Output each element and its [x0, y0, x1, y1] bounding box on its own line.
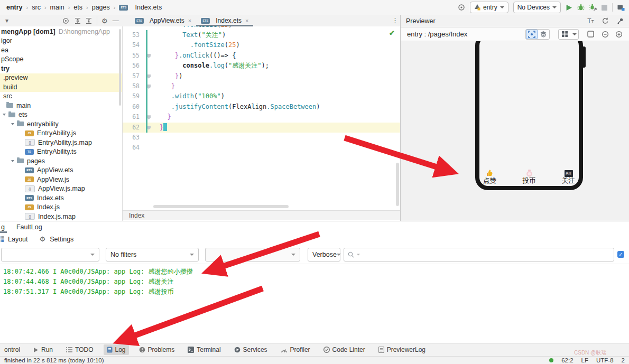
select-opened-file-icon[interactable] [62, 17, 69, 24]
close-icon[interactable]: × [245, 17, 248, 24]
log-tab-g[interactable]: g [1, 222, 5, 232]
code-line-57[interactable]: 57 }) [123, 71, 400, 81]
toolwindow-code-linter[interactable]: Code Linter [320, 344, 368, 355]
tree-item-appview-js-map[interactable]: {}AppView.js.map [0, 184, 122, 194]
zoom-out-icon[interactable] [602, 31, 609, 38]
toolwindow-services[interactable]: Services [231, 344, 271, 355]
grid-view-button[interactable] [559, 30, 570, 39]
code-line-62[interactable]: 62} [123, 123, 400, 133]
close-icon[interactable]: × [188, 17, 191, 24]
log-line[interactable]: 18:07:51.317 I A0c0d0/JSApp: app Log: 感谢… [3, 287, 193, 297]
tree-scrollbar[interactable] [119, 29, 121, 106]
fold-marker-icon[interactable] [147, 85, 151, 89]
tree-item-entryability-ts[interactable]: TSEntryAbility.ts [0, 147, 122, 157]
chevron-down-icon[interactable] [11, 123, 14, 125]
tree-item-try[interactable]: try [0, 64, 122, 73]
refresh-icon[interactable] [602, 17, 609, 24]
fold-marker-icon[interactable] [147, 115, 151, 119]
horizontal-scrollbar[interactable] [153, 205, 289, 208]
toolwindow-profiler[interactable]: Profiler [278, 344, 313, 355]
grid-dropdown-button[interactable] [570, 30, 578, 39]
log-tab-faultlog[interactable]: FaultLog [16, 222, 42, 232]
indent-size[interactable]: 2 [622, 357, 625, 363]
log-search-input[interactable] [363, 250, 610, 259]
tab-index-ets[interactable]: ETSIndex.ets× [196, 15, 253, 26]
code-line-54[interactable]: 54 .fontSize(25) [123, 40, 400, 50]
tree-item-ets[interactable]: ets [0, 110, 122, 120]
tree-item-igor[interactable]: igor [0, 36, 122, 46]
tree-item-appview-ets[interactable]: ETSAppView.ets [0, 166, 122, 175]
chevron-down-icon[interactable] [3, 114, 6, 116]
toolwindow-todo[interactable]: TODO [63, 344, 96, 355]
chevron-down-icon[interactable] [11, 160, 14, 162]
tree-item-mengapp-dom1[interactable]: mengApp [dom1]D:\hongmengApp [0, 27, 122, 36]
device-filter-dropdown[interactable] [1, 248, 99, 262]
gear-icon[interactable]: ⚙ [101, 17, 108, 25]
expand-all-icon[interactable] [75, 17, 81, 24]
breadcrumb-item-index-ets[interactable]: Index.ets [135, 4, 162, 11]
toolwindow-terminal[interactable]: Terminal [184, 344, 224, 355]
toolwindow-log[interactable]: Log [104, 344, 129, 355]
zoom-in-icon[interactable] [615, 31, 623, 38]
hide-panel-icon[interactable]: — [113, 17, 119, 24]
tree-item-entryability-js[interactable]: JSEntryAbility.js [0, 129, 122, 138]
debug-button[interactable] [577, 4, 585, 11]
breadcrumb-item-entry[interactable]: entry [6, 4, 23, 11]
layout-grid-icon[interactable] [0, 236, 4, 242]
breadcrumb-item-ets[interactable]: ets [73, 4, 82, 11]
gear-icon[interactable]: ⚙ [40, 235, 46, 243]
fold-marker-icon[interactable] [147, 126, 151, 130]
log-line[interactable]: 18:07:42.466 I A0c0d0/JSApp: app Log: 感谢… [3, 267, 193, 277]
tree-item-index-js[interactable]: JSIndex.js [0, 203, 122, 212]
code-line-53[interactable]: 53 Text("关注") [123, 30, 400, 40]
code-line-61[interactable]: 61 } [123, 112, 400, 122]
code-line-60[interactable]: 60 .justifyContent(FlexAlign.SpaceBetwee… [123, 102, 400, 112]
tree-item-preview[interactable]: .preview [0, 73, 122, 83]
code-line-58[interactable]: 58 } [123, 81, 400, 91]
tree-item-index-js-map[interactable]: {}Index.js.map [0, 212, 122, 221]
collapse-all-icon[interactable] [86, 17, 92, 24]
toolwindow-run[interactable]: Run [30, 344, 56, 355]
kebab-menu-icon[interactable]: ⋮ [392, 16, 399, 24]
stop-button[interactable] [602, 5, 607, 11]
phone-item-关注[interactable]: 关注关注 [562, 170, 575, 185]
level-filter-dropdown[interactable]: Verbose [308, 248, 340, 262]
tree-item-entryability[interactable]: entryability [0, 119, 122, 129]
tree-item-pages[interactable]: pages [0, 156, 122, 166]
fold-marker-icon[interactable] [147, 54, 151, 58]
editor-breadcrumb[interactable]: Index [129, 212, 144, 219]
phone-item-投币[interactable]: 投币 [523, 169, 536, 185]
breadcrumb-item-pages[interactable]: pages [92, 4, 110, 11]
code-editor[interactable]: .fontSize(25) 53 Text("关注")54 .fontSize(… [123, 26, 400, 210]
preset-filter-dropdown[interactable]: No filters [106, 248, 199, 262]
layout-menu-label[interactable]: Layout [8, 236, 28, 243]
layers-button[interactable] [538, 30, 549, 39]
log-line[interactable]: 18:07:44.468 I A0c0d0/JSApp: app Log: 感谢… [3, 277, 193, 287]
phone-item-点赞[interactable]: 点赞 [483, 169, 496, 185]
tree-item-build[interactable]: build [0, 82, 122, 92]
search-history-icon[interactable] [357, 254, 360, 256]
code-line-55[interactable]: 55 }.onClick(()=> { [123, 51, 400, 61]
project-view-dropdown-icon[interactable]: ▾ [5, 17, 8, 24]
tab-appview-ets[interactable]: ETSAppView.ets× [130, 15, 196, 26]
settings-menu-label[interactable]: Settings [50, 236, 73, 243]
locate-icon[interactable] [458, 4, 465, 11]
breadcrumb-item-src[interactable]: src [32, 4, 41, 11]
code-line-56[interactable]: 56 console.log("感谢关注"); [123, 61, 400, 71]
frame-toggle-icon[interactable] [587, 31, 594, 38]
module-selector[interactable]: entry [470, 2, 508, 13]
log-filter-checkbox[interactable]: ✓ [617, 251, 624, 258]
tree-item-main[interactable]: main [0, 101, 122, 110]
vertical-scrollbar[interactable] [396, 163, 399, 206]
file-encoding[interactable]: UTF-8 [596, 357, 614, 363]
toolwindow-previewerlog[interactable]: PreviewerLog [375, 344, 429, 355]
caret-position[interactable]: 62:2 [561, 357, 573, 363]
tree-item-index-ets[interactable]: ETSIndex.ets [0, 193, 122, 203]
toolwindow-problems[interactable]: Problems [136, 344, 178, 355]
tree-item-pscope[interactable]: pScope [0, 55, 122, 64]
run-button[interactable] [566, 4, 572, 11]
device-manager-icon[interactable] [617, 4, 625, 11]
tree-item-src[interactable]: src [0, 92, 122, 101]
breadcrumb-item-main[interactable]: main [50, 4, 64, 11]
tree-item-ea[interactable]: ea [0, 45, 122, 55]
